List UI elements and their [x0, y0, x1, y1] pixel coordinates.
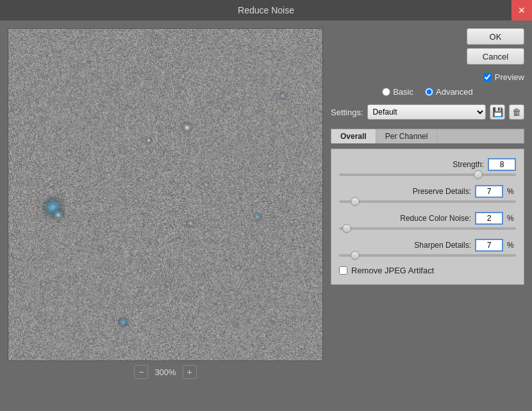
- ok-button[interactable]: OK: [467, 28, 524, 45]
- sharpen-details-row: Sharpen Details: %: [339, 239, 516, 257]
- zoom-bar: − 300% +: [134, 365, 196, 379]
- reduce-color-noise-slider[interactable]: [339, 227, 516, 230]
- main-content: − 300% + OK Cancel Preview Basic Advance…: [0, 20, 532, 411]
- strength-label: Strength:: [339, 160, 484, 169]
- preview-label[interactable]: Preview: [495, 72, 524, 82]
- preview-panel: − 300% +: [8, 28, 323, 403]
- reduce-color-noise-unit: %: [507, 214, 516, 223]
- dialog-title: Reduce Noise: [238, 5, 294, 15]
- top-buttons: OK Cancel: [331, 28, 524, 65]
- controls-panel: OK Cancel Preview Basic Advanced Setting…: [331, 28, 524, 403]
- settings-row: Settings: Default 💾 🗑: [331, 104, 524, 120]
- settings-label: Settings:: [331, 108, 363, 117]
- tabs-bar: Overall Per Channel: [331, 129, 524, 143]
- strength-input[interactable]: [488, 158, 516, 171]
- strength-row: Strength:: [339, 158, 516, 176]
- zoom-level: 300%: [154, 367, 176, 377]
- sharpen-details-unit: %: [507, 241, 516, 250]
- remove-jpeg-label[interactable]: Remove JPEG Artifact: [351, 266, 434, 275]
- mode-basic-radio[interactable]: [382, 88, 390, 96]
- preserve-details-row: Preserve Details: %: [339, 185, 516, 203]
- preview-checkbox[interactable]: [483, 73, 492, 81]
- close-button[interactable]: ✕: [511, 0, 532, 20]
- tab-per-channel[interactable]: Per Channel: [376, 129, 438, 143]
- preserve-details-label: Preserve Details:: [339, 187, 471, 196]
- zoom-in-button[interactable]: +: [183, 365, 197, 379]
- reduce-color-noise-row: Reduce Color Noise: %: [339, 212, 516, 230]
- preserve-details-input[interactable]: [475, 185, 503, 198]
- mode-advanced-label[interactable]: Advanced: [425, 87, 473, 97]
- save-settings-button[interactable]: 💾: [490, 104, 505, 120]
- mode-advanced-text: Advanced: [436, 87, 473, 97]
- preview-check-row: Preview: [331, 72, 524, 82]
- reduce-color-noise-label: Reduce Color Noise:: [339, 214, 471, 223]
- tab-overall[interactable]: Overall: [331, 129, 376, 143]
- reduce-color-noise-label-row: Reduce Color Noise: %: [339, 212, 516, 225]
- delete-settings-button[interactable]: 🗑: [509, 104, 524, 120]
- mode-basic-text: Basic: [393, 87, 413, 97]
- slider-panel: Strength: Preserve Details: % Reduce Col…: [331, 149, 524, 285]
- mode-row: Basic Advanced: [331, 87, 524, 97]
- mode-basic-label[interactable]: Basic: [382, 87, 413, 97]
- remove-jpeg-row: Remove JPEG Artifact: [339, 266, 516, 275]
- preview-canvas[interactable]: [8, 28, 323, 361]
- title-bar: Reduce Noise ✕: [0, 0, 532, 20]
- reduce-color-noise-input[interactable]: [475, 212, 503, 225]
- sharpen-details-input[interactable]: [475, 239, 503, 252]
- settings-select[interactable]: Default: [367, 104, 486, 120]
- mode-advanced-radio[interactable]: [425, 88, 433, 96]
- preserve-details-slider[interactable]: [339, 200, 516, 203]
- preserve-details-unit: %: [507, 187, 516, 196]
- preserve-details-label-row: Preserve Details: %: [339, 185, 516, 198]
- sharpen-details-slider[interactable]: [339, 254, 516, 257]
- zoom-out-button[interactable]: −: [134, 365, 148, 379]
- sharpen-details-label-row: Sharpen Details: %: [339, 239, 516, 252]
- cancel-button[interactable]: Cancel: [467, 48, 524, 65]
- strength-label-row: Strength:: [339, 158, 516, 171]
- sharpen-details-label: Sharpen Details:: [339, 241, 471, 250]
- remove-jpeg-checkbox[interactable]: [339, 266, 347, 275]
- strength-slider[interactable]: [339, 173, 516, 176]
